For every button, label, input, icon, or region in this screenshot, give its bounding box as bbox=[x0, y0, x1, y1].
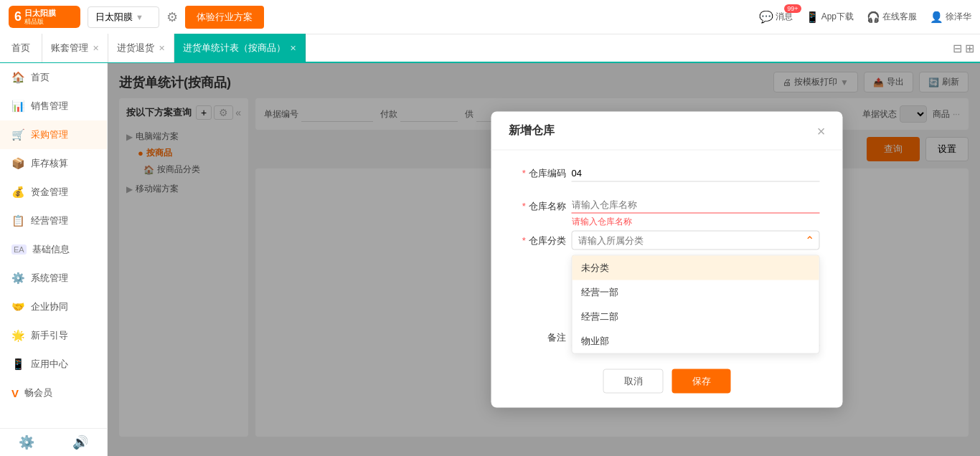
logo-tagline: 日太阳膜 bbox=[24, 9, 56, 18]
nav-ops[interactable]: 📋 经营管理 bbox=[0, 206, 107, 235]
nav-sales[interactable]: 📊 销售管理 bbox=[0, 92, 107, 120]
warehouse-name-input[interactable] bbox=[572, 196, 820, 214]
add-warehouse-modal: 新增仓库 × * 仓库编码 * 仓库名称 bbox=[491, 112, 843, 408]
nav-app-center[interactable]: 📱 应用中心 bbox=[0, 350, 107, 379]
nav-system-label: 系统管理 bbox=[31, 272, 68, 285]
nav-basic-info[interactable]: EA 基础信息 bbox=[0, 235, 107, 264]
collab-icon: 🤝 bbox=[11, 300, 25, 313]
store-name: 日太阳膜 bbox=[95, 11, 133, 24]
ea-icon: EA bbox=[11, 244, 27, 255]
tab-purchase-stats-close[interactable]: ✕ bbox=[290, 44, 296, 53]
tab-account-close[interactable]: ✕ bbox=[93, 44, 99, 53]
nav-purchase[interactable]: 🛒 采购管理 bbox=[0, 120, 107, 149]
modal-close-btn[interactable]: × bbox=[817, 123, 826, 138]
sidebar-settings-icon[interactable]: ⚙️ bbox=[19, 434, 34, 450]
nav-basic-info-label: 基础信息 bbox=[32, 243, 70, 256]
app-label: App下载 bbox=[821, 11, 854, 23]
tab-home-label: 首页 bbox=[11, 42, 30, 54]
user-icon: 👤 bbox=[930, 11, 943, 24]
guide-icon: 🌟 bbox=[11, 329, 25, 342]
nav-home[interactable]: 🏠 首页 bbox=[0, 63, 107, 92]
nav-purchase-label: 采购管理 bbox=[31, 128, 68, 141]
headset-icon: 🎧 bbox=[867, 11, 880, 24]
save-button[interactable]: 保存 bbox=[672, 369, 731, 394]
tab-purchase-return[interactable]: 进货退货 ✕ bbox=[108, 34, 174, 62]
sidebar-sound-icon[interactable]: 🔊 bbox=[72, 434, 88, 450]
name-error-tip: 请输入仓库名称 bbox=[572, 216, 820, 228]
code-label: 仓库编码 bbox=[529, 168, 566, 179]
remark-label: 备注 bbox=[547, 332, 566, 343]
sales-icon: 📊 bbox=[11, 100, 25, 113]
system-icon: ⚙️ bbox=[11, 272, 25, 285]
tab-purchase-return-close[interactable]: ✕ bbox=[159, 44, 165, 53]
nav-guide[interactable]: 🌟 新手引导 bbox=[0, 321, 107, 350]
nav-app-center-label: 应用中心 bbox=[31, 358, 68, 371]
username: 徐泽华 bbox=[946, 11, 971, 23]
nav-collab-label: 企业协同 bbox=[31, 300, 68, 313]
service-label: 在线客服 bbox=[882, 11, 917, 23]
nav-sales-label: 销售管理 bbox=[31, 100, 68, 113]
vip-icon: V bbox=[11, 387, 19, 399]
message-icon: 💬 bbox=[759, 10, 773, 24]
store-selector[interactable]: 日太阳膜 ▼ bbox=[88, 6, 159, 28]
nav-system[interactable]: ⚙️ 系统管理 bbox=[0, 264, 107, 293]
tabs-minimize-btn[interactable]: ⊟ bbox=[953, 42, 962, 55]
phone-icon: 📱 bbox=[806, 11, 819, 24]
message-badge: 99+ bbox=[784, 4, 801, 13]
nav-guide-label: 新手引导 bbox=[31, 329, 68, 342]
nav-inventory-label: 库存核算 bbox=[31, 157, 68, 170]
dropdown-item-property[interactable]: 物业部 bbox=[573, 329, 819, 353]
tabs-maximize-btn[interactable]: ⊞ bbox=[965, 42, 974, 55]
tab-purchase-stats[interactable]: 进货单统计表（按商品） ✕ bbox=[174, 34, 306, 62]
nav-finance[interactable]: 💰 资金管理 bbox=[0, 178, 107, 206]
app-center-icon: 📱 bbox=[11, 358, 25, 371]
inventory-icon: 📦 bbox=[11, 157, 25, 170]
nav-vip[interactable]: V 畅会员 bbox=[0, 379, 107, 407]
nav-vip-label: 畅会员 bbox=[24, 386, 52, 399]
purchase-icon: 🛒 bbox=[11, 128, 25, 141]
dropdown-item-ops1[interactable]: 经营一部 bbox=[573, 280, 819, 305]
chevron-down-icon: ▼ bbox=[136, 13, 143, 22]
tab-home[interactable]: 首页 bbox=[0, 34, 42, 62]
finance-icon: 💰 bbox=[11, 186, 25, 199]
tab-purchase-stats-label: 进货单统计表（按商品） bbox=[183, 42, 286, 54]
required-mark-2: * bbox=[522, 201, 526, 212]
category-label: 仓库分类 bbox=[529, 234, 566, 245]
service-button[interactable]: 🎧 在线客服 bbox=[867, 11, 917, 24]
nav-home-label: 首页 bbox=[31, 71, 50, 84]
warehouse-category-input[interactable] bbox=[572, 231, 820, 250]
category-dropdown: 未分类 经营一部 经营二部 物业部 bbox=[572, 255, 820, 354]
cancel-button[interactable]: 取消 bbox=[603, 369, 664, 394]
nav-ops-label: 经营管理 bbox=[31, 214, 68, 227]
nav-inventory[interactable]: 📦 库存核算 bbox=[0, 149, 107, 178]
tab-account[interactable]: 账套管理 ✕ bbox=[42, 34, 108, 62]
warehouse-code-input[interactable] bbox=[572, 165, 820, 182]
app-download-button[interactable]: 📱 App下载 bbox=[806, 11, 854, 24]
tab-account-label: 账套管理 bbox=[51, 42, 88, 54]
tab-purchase-return-label: 进货退货 bbox=[117, 42, 154, 54]
dropdown-item-ops2[interactable]: 经营二部 bbox=[573, 305, 819, 329]
user-menu[interactable]: 👤 徐泽华 bbox=[930, 11, 971, 24]
nav-collab[interactable]: 🤝 企业协同 bbox=[0, 293, 107, 321]
required-mark-1: * bbox=[522, 168, 526, 179]
name-label: 仓库名称 bbox=[529, 201, 566, 212]
ops-icon: 📋 bbox=[11, 214, 25, 227]
nav-finance-label: 资金管理 bbox=[31, 186, 68, 199]
demo-button[interactable]: 体验行业方案 bbox=[185, 6, 264, 29]
settings-icon[interactable]: ⚙ bbox=[166, 9, 178, 25]
category-toggle-icon[interactable]: ⌃ bbox=[805, 234, 814, 247]
required-mark-3: * bbox=[522, 234, 526, 245]
home-icon: 🏠 bbox=[11, 71, 25, 84]
message-button[interactable]: 💬 消息 99+ bbox=[759, 10, 793, 24]
logo-edition: 精品版 bbox=[24, 18, 56, 26]
modal-title: 新增仓库 bbox=[509, 123, 555, 138]
dropdown-item-unclassified[interactable]: 未分类 bbox=[573, 256, 819, 280]
